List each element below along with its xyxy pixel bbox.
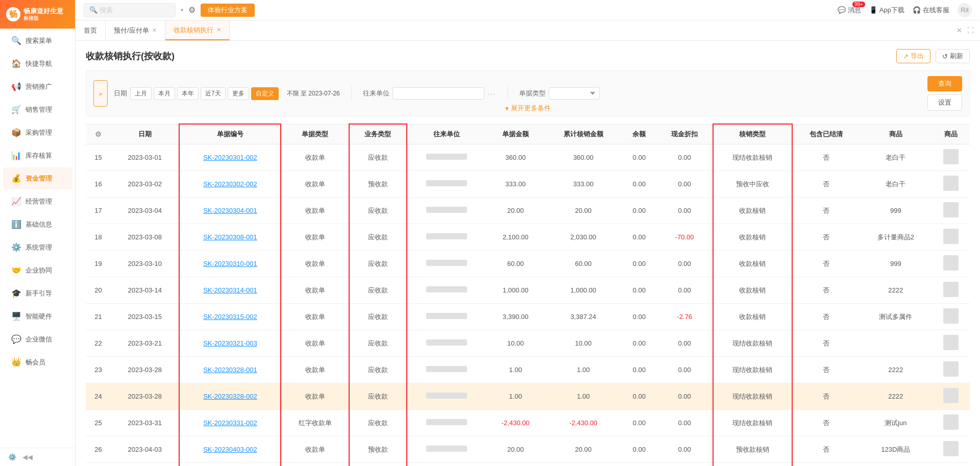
tab-prepay-order[interactable]: 预付/应付单 ✕ (106, 20, 165, 40)
date-prev-month[interactable]: 上月 (130, 87, 152, 100)
cell-amount: 1.00 (486, 383, 545, 410)
settings-icon[interactable]: ⚙️ (8, 453, 16, 461)
sidebar-item-guide[interactable]: 🎓 新手引导 (3, 282, 72, 304)
cell-cumulative: -2,430.00 (545, 410, 622, 436)
sidebar-item-member[interactable]: 👑 畅会员 (3, 351, 72, 373)
partner-input[interactable] (393, 87, 484, 100)
collab-icon: 🤝 (11, 265, 21, 275)
partner-search-dots[interactable]: ··· (487, 90, 496, 97)
tab-expand-icon[interactable]: ⛶ (967, 27, 974, 34)
col-product2: 商品 (932, 124, 970, 144)
page-inner: 收款核销执行(按收款) ↗ 导出 ↺ 刷新 » (76, 41, 980, 466)
refresh-button[interactable]: ↺ 刷新 (936, 49, 970, 63)
cell-no: 19 (86, 251, 111, 277)
solution-button[interactable]: 体验行业方案 (201, 4, 255, 17)
cell-order-no: SK-20230314-001 (179, 277, 281, 304)
online-service-button[interactable]: 🎧 在线客服 (913, 6, 949, 15)
table-row: 17 2023-03-04 SK-20230304-001 收款单 应收款 20… (86, 198, 970, 224)
cell-order-type: 收款单 (281, 357, 349, 383)
sidebar-item-search-menu[interactable]: 🔍 搜索菜单 (3, 30, 72, 52)
tab-collection-exec[interactable]: 收款核销执行 ✕ (165, 20, 230, 40)
order-link[interactable]: SK-20230304-001 (203, 207, 257, 214)
cell-amount: 2,100.00 (486, 224, 545, 251)
sidebar-label-quick-nav: 快捷导航 (26, 59, 52, 68)
sidebar-logo: 畅 畅康道好生意 标推版 (0, 0, 75, 29)
cell-product2 (932, 357, 970, 383)
sidebar-item-quick-nav[interactable]: 🏠 快捷导航 (3, 53, 72, 75)
cell-product1: 老白干 (860, 171, 932, 198)
sidebar-item-marketing[interactable]: 📢 营销推广 (3, 76, 72, 97)
topbar-right: 💬 消息 99+ 📱 App下载 🎧 在线客服 Rit (838, 3, 972, 17)
cell-no: 26 (86, 436, 111, 463)
order-type-select[interactable] (549, 87, 600, 100)
gear-icon[interactable]: ⚙ (188, 5, 195, 15)
order-link[interactable]: SK-20230302-002 (203, 180, 257, 188)
cell-partner (407, 304, 486, 330)
expand-more-button[interactable]: ▾ 展开更多条件 (505, 104, 551, 113)
cell-discount: 0.00 (656, 436, 713, 463)
sidebar-label-purchase: 采购管理 (26, 128, 52, 137)
cell-discount: 0.00 (656, 463, 713, 467)
sidebar-item-hardware[interactable]: 🖥️ 智能硬件 (3, 305, 72, 327)
headset-icon: 🎧 (913, 6, 921, 14)
filter-divider-2 (507, 86, 508, 101)
cell-discount: 0.00 (656, 198, 713, 224)
order-link[interactable]: SK-20230301-002 (203, 154, 257, 161)
cell-amount: 60.00 (486, 251, 545, 277)
cell-no: 20 (86, 277, 111, 304)
export-button[interactable]: ↗ 导出 (896, 49, 930, 63)
tab-close-all-icon[interactable]: ✕ (957, 27, 962, 34)
quick-nav-icon: 🏠 (11, 59, 21, 68)
order-link[interactable]: SK-20230315-002 (203, 313, 257, 321)
sidebar-item-finance[interactable]: 💰 资金管理 (3, 167, 72, 189)
cell-verify-type: 收款核销 (713, 304, 792, 330)
col-date: 日期 (111, 124, 179, 144)
filter-expand-button[interactable]: » (93, 80, 108, 107)
sidebar-item-wechat[interactable]: 💬 企业微信 (3, 328, 72, 350)
cell-cumulative: 10.00 (545, 330, 622, 357)
order-link[interactable]: SK-20230308-001 (203, 233, 257, 241)
order-link[interactable]: SK-20230403-002 (203, 446, 257, 453)
date-custom[interactable]: 自定义 (251, 87, 279, 100)
order-link[interactable]: SK-20230328-002 (203, 393, 257, 400)
order-link[interactable]: SK-20230310-001 (203, 260, 257, 267)
avatar[interactable]: Rit (958, 3, 972, 17)
notification-button[interactable]: 💬 消息 99+ (838, 6, 861, 15)
date-quick-buttons: 上月 本月 本年 近7天 更多 自定义 (130, 87, 279, 100)
tab-home[interactable]: 首页 (76, 20, 106, 40)
app-download-button[interactable]: 📱 App下载 (869, 6, 904, 15)
cell-verify-type: 现结收款核销 (713, 330, 792, 357)
dropdown-arrow-icon[interactable]: ▾ (181, 7, 183, 13)
cell-discount: -70.00 (656, 224, 713, 251)
sidebar-item-inventory[interactable]: 📊 库存核算 (3, 144, 72, 166)
sidebar-item-sales[interactable]: 🛒 销售管理 (3, 99, 72, 120)
cell-verify-type: 预收款核销 (713, 436, 792, 463)
col-settings[interactable]: ⚙ (86, 124, 111, 144)
date-this-year[interactable]: 本年 (177, 87, 199, 100)
tab-close-collection[interactable]: ✕ (216, 27, 221, 33)
collapse-icon[interactable]: ◀◀ (22, 453, 33, 461)
cell-verify-type: 现结收款核销 (713, 357, 792, 383)
tab-close-prepay[interactable]: ✕ (152, 27, 157, 34)
sidebar-item-basic-info[interactable]: ℹ️ 基础信息 (3, 213, 72, 235)
cell-balance: 0.00 (622, 198, 656, 224)
date-7days[interactable]: 近7天 (201, 87, 226, 100)
cell-order-type: 收款单 (281, 304, 349, 330)
query-button[interactable]: 查询 (927, 76, 962, 91)
order-link[interactable]: SK-20230331-002 (203, 419, 257, 427)
sidebar-item-collab[interactable]: 🤝 企业协同 (3, 259, 72, 281)
sidebar-item-purchase[interactable]: 📦 采购管理 (3, 121, 72, 143)
order-link[interactable]: SK-20230314-001 (203, 286, 257, 294)
cell-order-no: SK-20230328-002 (179, 383, 281, 410)
date-more[interactable]: 更多 (228, 87, 249, 100)
cell-biz-type: 应收款 (349, 304, 407, 330)
settings-button[interactable]: 设置 (927, 94, 962, 111)
cell-verify-type: 收款核销 (713, 224, 792, 251)
sidebar-item-system[interactable]: ⚙️ 系统管理 (3, 236, 72, 258)
order-link[interactable]: SK-20230328-001 (203, 366, 257, 374)
cell-verify-type: 现结收款核销 (713, 463, 792, 467)
date-this-month[interactable]: 本月 (154, 87, 175, 100)
order-link[interactable]: SK-20230321-003 (203, 339, 257, 347)
sidebar-label-collab: 企业协同 (26, 266, 52, 275)
sidebar-item-operations[interactable]: 📈 经营管理 (3, 190, 72, 212)
